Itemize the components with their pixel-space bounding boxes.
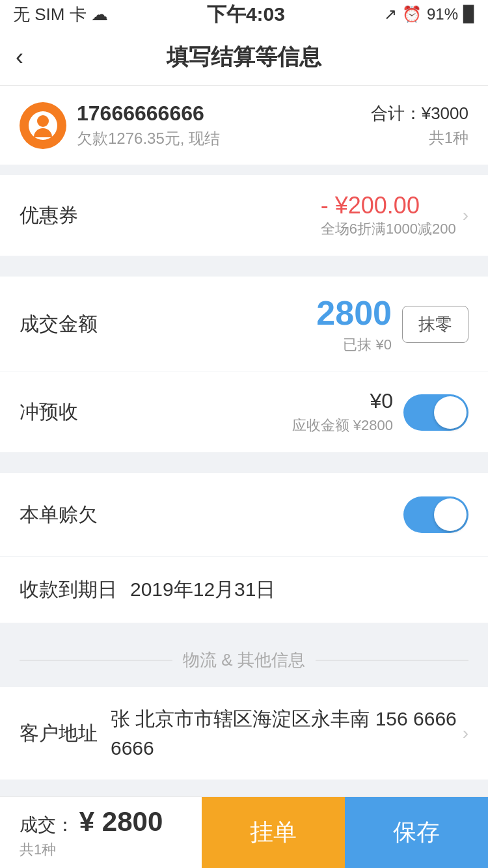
logistics-section: 物流 & 其他信息 [0, 633, 488, 687]
address-row[interactable]: 客户地址 张 北京市市辖区海淀区永丰南 156 6666 6666 › [0, 687, 488, 780]
bottom-buttons: 挂单 保存 [202, 797, 488, 869]
customer-card: 17666666666 欠款1276.35元, 现结 合计：¥3000 共1种 [0, 86, 488, 165]
bottom-bar: 成交： ¥ 2800 共1种 挂单 保存 [0, 796, 488, 868]
section-divider-2 [0, 463, 488, 473]
section-divider-1 [0, 266, 488, 277]
status-left: 无 SIM 卡 ☁ [13, 3, 108, 26]
status-time: 下午4:03 [207, 1, 285, 28]
bottom-deal-count: 共1种 [20, 840, 182, 860]
customer-left: 17666666666 欠款1276.35元, 现结 [20, 102, 220, 149]
bottom-deal-row: 成交： ¥ 2800 [20, 806, 182, 837]
section-divider-3 [0, 623, 488, 633]
save-button[interactable]: 保存 [345, 797, 488, 869]
prepay-info: ¥0 应收金额 ¥2800 [292, 389, 393, 435]
address-value: 张 北京市市辖区海淀区永丰南 156 6666 6666 [111, 704, 463, 763]
prepay-row: 冲预收 ¥0 应收金额 ¥2800 [0, 372, 488, 452]
coupon-discount: - ¥200.00 [321, 192, 456, 219]
deal-amount-row: 成交金额 2800 已抹 ¥0 抹零 [0, 277, 488, 372]
debt-toggle[interactable] [403, 496, 468, 533]
round-button[interactable]: 抹零 [402, 306, 468, 343]
customer-right: 合计：¥3000 共1种 [371, 102, 468, 148]
total-label: 合计：¥3000 [371, 102, 468, 125]
chevron-right-icon: › [463, 205, 468, 226]
coupon-right: - ¥200.00 全场6折满1000减200 › [321, 192, 468, 239]
logistics-line-left [20, 660, 172, 660]
due-date-row: 收款到期日 2019年12月31日 [0, 556, 488, 623]
coupon-row[interactable]: 优惠券 - ¥200.00 全场6折满1000减200 › [0, 175, 488, 256]
deal-label: 成交金额 [20, 311, 98, 338]
main-content: 17666666666 欠款1276.35元, 现结 合计：¥3000 共1种 … [0, 86, 488, 868]
prepay-amount: ¥0 [292, 389, 393, 413]
customer-info: 17666666666 欠款1276.35元, 现结 [77, 102, 220, 149]
due-date-label: 收款到期日 [20, 576, 117, 603]
debt-label: 本单赊欠 [20, 502, 98, 528]
battery-label: 91% [427, 5, 458, 23]
debt-row: 本单赊欠 [0, 473, 488, 556]
avatar [20, 102, 66, 149]
status-right: ↗ ⏰ 91% ▉ [384, 5, 475, 23]
debt-toggle-knob [434, 498, 467, 531]
deal-sub: 已抹 ¥0 [316, 335, 392, 355]
toggle-knob [434, 396, 467, 429]
due-date-value: 2019年12月31日 [130, 576, 275, 603]
address-chevron-icon: › [463, 723, 468, 744]
deal-section: 成交金额 2800 已抹 ¥0 抹零 冲预收 ¥0 应收金额 ¥2800 [0, 277, 488, 452]
status-bar: 无 SIM 卡 ☁ 下午4:03 ↗ ⏰ 91% ▉ [0, 0, 488, 29]
prepay-toggle[interactable] [403, 394, 468, 431]
bottom-deal-amount: ¥ 2800 [79, 806, 163, 837]
nav-bar: ‹ 填写结算等信息 [0, 29, 488, 86]
back-button[interactable]: ‹ [16, 44, 23, 71]
bottom-total: 成交： ¥ 2800 共1种 [0, 806, 202, 860]
battery-icon: ▉ [463, 5, 475, 23]
customer-sub: 欠款1276.35元, 现结 [77, 128, 220, 149]
address-label: 客户地址 [20, 720, 98, 747]
prepay-sub: 应收金额 ¥2800 [292, 416, 393, 435]
coupon-label: 优惠券 [20, 202, 78, 229]
logistics-line-right [316, 660, 468, 660]
page-title: 填写结算等信息 [167, 42, 321, 72]
location-icon: ↗ [384, 5, 397, 23]
customer-phone: 17666666666 [77, 102, 220, 126]
hang-button[interactable]: 挂单 [202, 797, 345, 869]
coupon-desc: 全场6折满1000减200 [321, 219, 456, 239]
deal-right: 2800 已抹 ¥0 抹零 [316, 293, 468, 355]
total-count: 共1种 [371, 128, 468, 148]
bottom-deal-label: 成交： [20, 815, 74, 835]
prepay-label: 冲预收 [20, 399, 78, 426]
avatar-icon [29, 111, 57, 140]
prepay-right: ¥0 应收金额 ¥2800 [292, 389, 468, 435]
alarm-icon: ⏰ [402, 5, 422, 23]
deal-value: 2800 [316, 293, 392, 332]
logistics-label: 物流 & 其他信息 [183, 649, 305, 671]
sim-label: 无 SIM 卡 ☁ [13, 3, 108, 26]
